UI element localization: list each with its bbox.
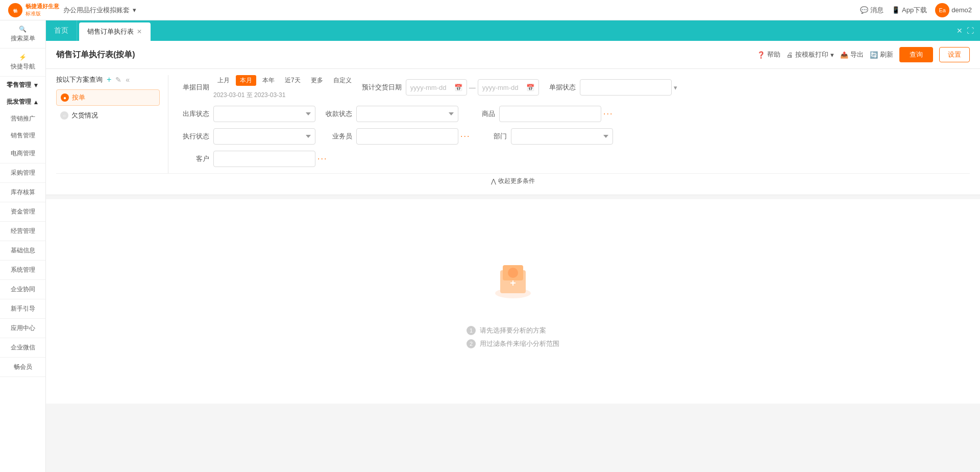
filter-left: 按以下方案查询 + ✎ « ● 按单 ○ 欠货情况 xyxy=(56,75,168,173)
collapse-more-conditions[interactable]: ⋀ 收起更多条件 xyxy=(56,173,970,188)
date-separator: — xyxy=(469,84,476,91)
message-button[interactable]: 💬 消息 xyxy=(860,6,884,15)
sidebar: 🔍 搜索菜单 ⚡ 快捷导航 零售管理 ▼ 批发管理 ▲ 营销推广 销售管理 电商… xyxy=(0,20,46,472)
empty-tip-2: 2 用过滤条件来缩小分析范围 xyxy=(467,339,559,348)
expected-delivery-to[interactable]: yyyy-mm-dd 📅 xyxy=(478,79,539,96)
expected-delivery-from[interactable]: yyyy-mm-dd 📅 xyxy=(406,79,467,96)
sidebar-item-purchase[interactable]: 采购管理 xyxy=(0,163,45,183)
sidebar-item-member[interactable]: 畅会员 xyxy=(0,358,45,377)
tip-number-1: 1 xyxy=(467,326,476,335)
sidebar-item-basics[interactable]: 基础信息 xyxy=(0,241,45,261)
home-tab-label: 首页 xyxy=(54,26,68,35)
header-right: 💬 消息 📱 App下载 Ea demo2 xyxy=(860,3,972,17)
payment-status-label: 收款状态 xyxy=(322,109,352,119)
collapse-left-button[interactable]: « xyxy=(126,76,130,84)
logo-icon: 畅 xyxy=(8,3,22,17)
sidebar-item-marketing[interactable]: 营销推广 xyxy=(0,110,45,127)
outbound-status-select[interactable] xyxy=(213,106,315,122)
query-button[interactable]: 查询 xyxy=(899,47,933,62)
app-selector[interactable]: 办公用品行业模拟账套 ▾ xyxy=(63,6,136,15)
scheme-item-shortage[interactable]: ○ 欠货情况 xyxy=(56,108,160,123)
collapse-icon: ⋀ xyxy=(491,178,496,185)
customer-more-button[interactable]: ··· xyxy=(317,154,327,163)
filter-right: 单据日期 上月 本月 本年 近7天 更多 自定义 xyxy=(168,75,970,173)
main-layout: 🔍 搜索菜单 ⚡ 快捷导航 零售管理 ▼ 批发管理 ▲ 营销推广 销售管理 电商… xyxy=(0,20,980,472)
execute-status-select[interactable] xyxy=(213,128,315,145)
customer-label: 客户 xyxy=(179,154,209,163)
sidebar-item-sales[interactable]: 销售管理 xyxy=(0,127,45,144)
tab-home[interactable]: 首页 xyxy=(46,20,77,41)
salesperson-more-button[interactable]: ··· xyxy=(460,132,470,141)
chevron-up-icon: ▲ xyxy=(33,99,39,106)
setting-button[interactable]: 设置 xyxy=(939,47,970,62)
department-select[interactable] xyxy=(511,128,613,145)
scheme-icon-gray: ○ xyxy=(60,111,68,120)
avatar: Ea xyxy=(935,3,949,17)
date-tab-more[interactable]: 更多 xyxy=(307,75,327,86)
payment-status-select[interactable] xyxy=(356,106,458,122)
date-tab-last-month[interactable]: 上月 xyxy=(213,75,234,86)
date-tabs: 上月 本月 本年 近7天 更多 自定义 xyxy=(213,75,356,86)
page-header: 销售订单执行表(按单) ❓ 帮助 🖨 按模板打印 ▾ 📤 导出 xyxy=(46,41,980,69)
sidebar-item-inventory[interactable]: 库存核算 xyxy=(0,183,45,202)
refresh-button[interactable]: 🔄 刷新 xyxy=(870,50,893,59)
sidebar-item-operations[interactable]: 经营管理 xyxy=(0,222,45,241)
outbound-status-field: 出库状态 xyxy=(179,106,315,122)
date-field: 单据日期 上月 本月 本年 近7天 更多 自定义 xyxy=(179,75,356,100)
date-range-text: 2023-03-01 至 2023-03-31 xyxy=(213,91,356,100)
app-download-button[interactable]: 📱 App下载 xyxy=(892,6,927,15)
bill-status-chevron[interactable]: ▾ xyxy=(674,84,677,91)
user-menu[interactable]: Ea demo2 xyxy=(935,3,972,17)
sidebar-quick-nav[interactable]: ⚡ 快捷导航 xyxy=(0,49,45,77)
sidebar-item-newbie[interactable]: 新手引导 xyxy=(0,299,45,319)
add-scheme-button[interactable]: + xyxy=(107,75,111,84)
close-window-icon[interactable]: ✕ xyxy=(957,27,963,35)
sidebar-item-enterprise[interactable]: 企业协同 xyxy=(0,280,45,299)
empty-illustration xyxy=(487,255,538,316)
nav-icon: ⚡ xyxy=(19,54,27,61)
date-tab-7days[interactable]: 近7天 xyxy=(281,75,305,86)
tab-close-icon[interactable]: ✕ xyxy=(137,28,142,35)
logo-text: 畅捷通好生意 标准版 xyxy=(26,3,59,17)
page-actions: ❓ 帮助 🖨 按模板打印 ▾ 📤 导出 🔄 刷新 xyxy=(757,47,970,62)
bill-status-field: 单据状态 ▾ xyxy=(545,79,677,96)
chevron-down-icon: ▼ xyxy=(33,82,39,89)
date-tab-this-month[interactable]: 本月 xyxy=(236,75,256,86)
export-button[interactable]: 📤 导出 xyxy=(840,50,864,59)
bill-status-input[interactable] xyxy=(580,79,672,96)
date-tab-custom[interactable]: 自定义 xyxy=(329,75,356,86)
goods-more-button[interactable]: ··· xyxy=(603,109,613,119)
help-button[interactable]: ❓ 帮助 xyxy=(757,50,780,59)
tip-number-2: 2 xyxy=(467,339,476,348)
empty-tips: 1 请先选择要分析的方案 2 用过滤条件来缩小分析范围 xyxy=(467,326,559,348)
date-label: 单据日期 xyxy=(179,83,209,92)
template-print-button[interactable]: 🖨 按模板打印 ▾ xyxy=(787,50,834,59)
filter-panel-inner: 按以下方案查询 + ✎ « ● 按单 ○ 欠货情况 xyxy=(56,75,970,173)
execute-status-field: 执行状态 xyxy=(179,128,315,145)
sidebar-search[interactable]: 🔍 搜索菜单 xyxy=(0,20,45,49)
sidebar-item-wholesale[interactable]: 批发管理 ▲ xyxy=(0,93,45,110)
sidebar-item-system[interactable]: 系统管理 xyxy=(0,261,45,280)
customer-input[interactable] xyxy=(213,151,315,167)
salesperson-field: 业务员 ··· xyxy=(322,128,470,145)
filter-left-title: 按以下方案查询 + ✎ « xyxy=(56,75,160,84)
sidebar-item-finance[interactable]: 资金管理 xyxy=(0,202,45,222)
salesperson-input[interactable] xyxy=(356,128,458,145)
chevron-down-icon: ▾ xyxy=(830,51,834,59)
scheme-icon-orange: ● xyxy=(61,93,69,102)
download-icon: 📱 xyxy=(892,6,900,14)
date-tab-this-year[interactable]: 本年 xyxy=(258,75,279,86)
execute-status-label: 执行状态 xyxy=(179,132,209,141)
header-left: 畅 畅捷通好生意 标准版 办公用品行业模拟账套 ▾ xyxy=(8,3,136,17)
edit-scheme-button[interactable]: ✎ xyxy=(115,76,121,84)
tab-sales-order-exec[interactable]: 销售订单执行表 ✕ xyxy=(79,22,151,41)
sidebar-item-ecommerce[interactable]: 电商管理 xyxy=(0,144,45,163)
sidebar-item-appcenter[interactable]: 应用中心 xyxy=(0,319,45,338)
sidebar-item-retail[interactable]: 零售管理 ▼ xyxy=(0,77,45,93)
goods-input[interactable] xyxy=(499,106,601,122)
department-field: 部门 xyxy=(476,128,613,145)
scheme-item-by-order[interactable]: ● 按单 xyxy=(56,89,160,106)
expand-window-icon[interactable]: ⛶ xyxy=(967,27,974,35)
sidebar-item-wechat[interactable]: 企业微信 xyxy=(0,338,45,358)
expected-delivery-range: yyyy-mm-dd 📅 — yyyy-mm-dd 📅 xyxy=(406,79,539,96)
